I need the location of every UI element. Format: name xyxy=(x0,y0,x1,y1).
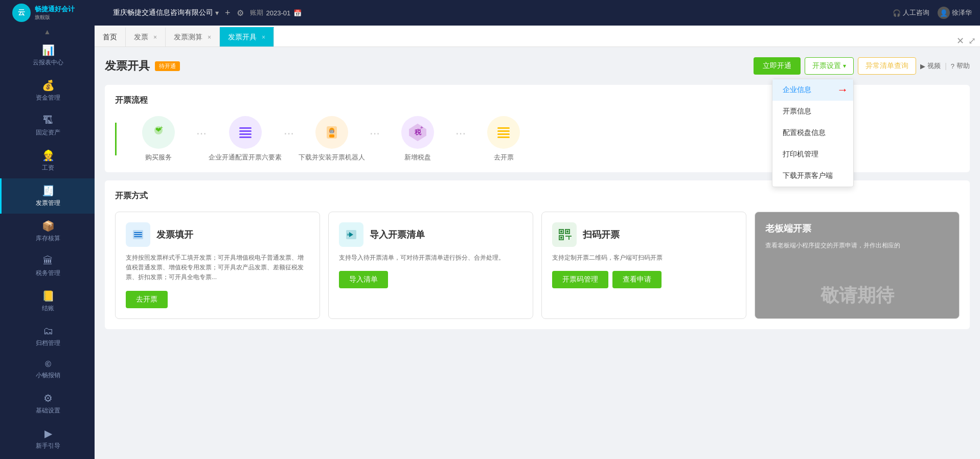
process-sep-3: ··· xyxy=(453,126,468,140)
period-info: 账期 2023-01 📅 xyxy=(250,8,302,17)
dropdown-printer-mgmt[interactable]: 打印机管理 xyxy=(772,144,853,165)
topbar-add-btn[interactable]: + xyxy=(225,8,231,18)
svg-rect-5 xyxy=(239,133,252,135)
page-header: 发票开具 待开通 立即开通 开票设置 ▾ xyxy=(105,57,970,75)
svg-rect-19 xyxy=(134,232,142,233)
sidebar-item-zijin[interactable]: 💰 资金管理 xyxy=(0,73,95,108)
svg-rect-29 xyxy=(566,231,568,233)
abnormal-query-btn[interactable]: 异常清单查询 xyxy=(858,57,916,75)
page-title: 发票开具 xyxy=(105,58,150,74)
app-logo: 云 畅捷通好会计 旗舰版 xyxy=(8,4,103,22)
sidebar-item-xiaochang[interactable]: © 小畅报销 xyxy=(0,354,95,386)
sidebar-scroll-down[interactable]: ▼ xyxy=(0,456,95,459)
svg-rect-24 xyxy=(347,234,349,236)
user-profile[interactable]: 👤 徐泽华 xyxy=(938,7,972,19)
jichu-icon: ⚙ xyxy=(43,392,53,404)
sidebar-item-gongzi[interactable]: 👷 工资 xyxy=(0,143,95,178)
manual-icon xyxy=(126,222,150,247)
topbar-center: 重庆畅捷交通信息咨询有限公司 ▾ + ⚙ 账期 2023-01 📅 xyxy=(103,8,893,18)
headset-icon: 🎧 xyxy=(893,9,901,17)
maximize-window-btn[interactable]: ⤢ xyxy=(968,35,976,47)
play-icon: ▶ xyxy=(920,62,925,70)
svg-rect-20 xyxy=(134,234,142,235)
svg-rect-9 xyxy=(329,134,334,137)
manual-desc: 支持按照发票样式手工填开发票；可开具增值税电子普通发票、增值税普通发票、增值税专… xyxy=(126,253,309,283)
app-name: 畅捷通好会计 xyxy=(35,5,75,14)
dropdown-download-client[interactable]: 下载开票客户端 xyxy=(772,165,853,187)
process-sep-0: ··· xyxy=(194,126,209,140)
tab-home[interactable]: 首页 xyxy=(95,27,126,47)
settings-btn[interactable]: 开票设置 ▾ xyxy=(805,57,854,75)
sidebar: ▲ 📊 云报表中心 💰 资金管理 🏗 固定资产 👷 工资 🧾 发票管理 xyxy=(0,26,95,459)
sidebar-item-shuiwu[interactable]: 🏛 税务管理 xyxy=(0,249,95,284)
process-step-1: 企业开通配置开票六要素 xyxy=(209,116,282,162)
import-invoice-card: 导入开票清单 支持导入待开票清单，可对待开票清单进行拆分、合并处理。 导入清单 xyxy=(328,212,533,319)
process-icon-2: 🤖 xyxy=(315,116,348,149)
boss-desc: 查看老板端小程序提交的开票申请，并作出相应的 xyxy=(765,241,949,250)
dropdown-invoice-info[interactable]: 开票信息 xyxy=(772,101,853,122)
svg-rect-6 xyxy=(239,136,252,138)
topbar-right: 🎧 人工咨询 👤 徐泽华 xyxy=(893,7,972,19)
tab-fapiao-close[interactable]: × xyxy=(153,34,157,41)
activate-btn[interactable]: 立即开通 xyxy=(754,57,801,75)
calendar-icon[interactable]: 📅 xyxy=(293,9,302,17)
support-btn[interactable]: 🎧 人工咨询 xyxy=(893,8,929,17)
scan-desc: 支持定制开票二维码，客户端可扫码开票 xyxy=(552,253,736,263)
fapiao-icon: 🧾 xyxy=(42,185,55,197)
dropdown-tax-disk[interactable]: 配置税盘信息 xyxy=(772,122,853,144)
svg-rect-28 xyxy=(560,231,562,233)
tab-fapiao[interactable]: 发票 × xyxy=(126,27,166,47)
sidebar-scroll-up[interactable]: ▲ xyxy=(0,26,95,38)
sidebar-item-kucun[interactable]: 📦 库存核算 xyxy=(0,214,95,249)
sidebar-item-gudingzichan[interactable]: 🏗 固定资产 xyxy=(0,108,95,143)
manual-action-btn[interactable]: 去开票 xyxy=(126,291,168,308)
tab-cesuan-close[interactable]: × xyxy=(208,34,211,41)
company-name[interactable]: 重庆畅捷交通信息咨询有限公司 ▾ xyxy=(113,8,219,17)
topbar-settings-icon[interactable]: ⚙ xyxy=(237,8,244,18)
gudingzichan-icon: 🏗 xyxy=(43,114,53,126)
help-btn[interactable]: ? 帮助 xyxy=(951,61,970,71)
process-icon-0: ❤ + xyxy=(142,116,175,149)
settings-dropdown-menu: 企业信息 → 开票信息 配置税盘信息 xyxy=(772,79,854,187)
svg-rect-32 xyxy=(568,236,569,240)
svg-text:🤖: 🤖 xyxy=(329,128,334,133)
sidebar-item-fapiao[interactable]: 🧾 发票管理 xyxy=(0,178,95,214)
sidebar-item-jiezhang[interactable]: 📒 结账 xyxy=(0,284,95,319)
manual-invoice-card: 发票填开 支持按照发票样式手工填开发票；可开具增值税电子普通发票、增值税普通发票… xyxy=(115,212,320,319)
sidebar-item-yunbao[interactable]: 📊 云报表中心 xyxy=(0,38,95,73)
xiaochang-icon: © xyxy=(45,360,51,369)
process-left-border xyxy=(115,123,117,155)
process-step-4: 去开票 xyxy=(468,116,539,162)
video-btn[interactable]: ▶ 视频 xyxy=(920,61,941,71)
scan-code-btn[interactable]: 开票码管理 xyxy=(552,271,608,288)
gongzi-icon: 👷 xyxy=(42,149,55,162)
svg-rect-3 xyxy=(239,127,252,129)
import-icon xyxy=(339,222,363,247)
sidebar-item-jichu[interactable]: ⚙ 基础设置 xyxy=(0,386,95,421)
xinshou-icon: ▶ xyxy=(44,427,52,440)
dropdown-company-info[interactable]: 企业信息 xyxy=(772,79,853,101)
svg-rect-4 xyxy=(239,130,252,132)
import-desc: 支持导入待开票清单，可对待开票清单进行拆分、合并处理。 xyxy=(339,253,522,263)
tab-kaiju-close[interactable]: × xyxy=(262,34,265,41)
user-icon: 👤 xyxy=(938,7,950,19)
sidebar-item-xinshou[interactable]: ▶ 新手引导 xyxy=(0,421,95,456)
app-badge: 旗舰版 xyxy=(35,14,75,21)
svg-rect-21 xyxy=(134,236,142,237)
sidebar-item-guidang[interactable]: 🗂 归档管理 xyxy=(0,319,95,354)
watermark-text: 敬请期待 xyxy=(755,283,959,308)
tab-fapiao-cesuan[interactable]: 发票测算 × xyxy=(166,27,220,47)
shuiwu-icon: 🏛 xyxy=(43,255,53,267)
scan-apply-btn[interactable]: 查看申请 xyxy=(612,271,662,288)
process-sep-1: ··· xyxy=(282,126,296,140)
help-icon: ? xyxy=(951,62,954,70)
close-window-btn[interactable]: ✕ xyxy=(956,35,964,47)
methods-section-title: 开票方式 xyxy=(115,191,960,201)
import-action-btn[interactable]: 导入清单 xyxy=(339,271,388,288)
tab-fapiao-kaiju[interactable]: 发票开具 × xyxy=(220,27,274,47)
svg-rect-30 xyxy=(560,237,562,239)
scan-icon xyxy=(552,222,577,247)
boss-invoice-card: 老板端开票 查看老板端小程序提交的开票申请，并作出相应的 敬请期待 xyxy=(755,212,960,319)
jiezhang-icon: 📒 xyxy=(42,290,55,302)
yunbao-icon: 📊 xyxy=(42,44,55,56)
